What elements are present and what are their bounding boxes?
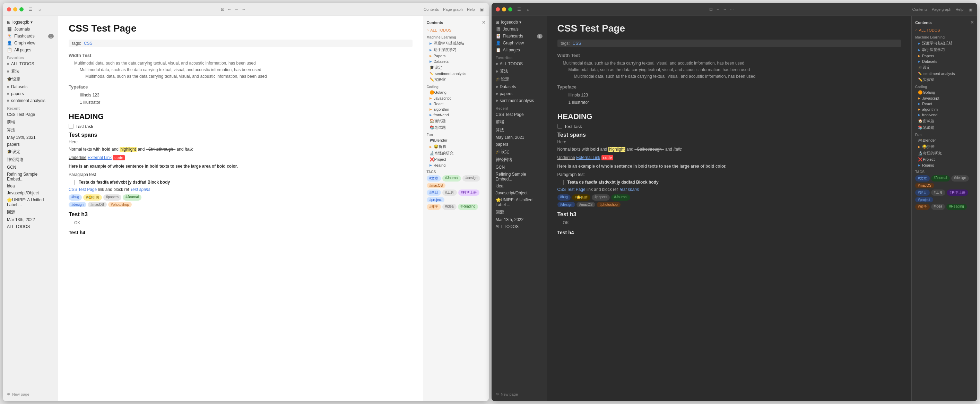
contents-item-c4-dark[interactable]: ▶ algorithm bbox=[912, 107, 977, 112]
contents-close-button[interactable]: ✕ bbox=[482, 20, 485, 25]
sidebar-recent-qianduan-dark[interactable]: 前端 bbox=[492, 118, 547, 126]
sidebar-recent-papers[interactable]: papers bbox=[3, 141, 58, 148]
tag-chip-idea-c[interactable]: #idea bbox=[442, 204, 456, 210]
tag-chip-zhenteng-dark[interactable]: #😂折腾 bbox=[572, 194, 591, 201]
tag-chip-reading-c-dark[interactable]: #Reading bbox=[947, 204, 967, 210]
all-todos-link[interactable]: ○ ALL TODOS bbox=[423, 27, 489, 34]
close-button-dark[interactable] bbox=[496, 7, 500, 11]
tag-chip-bug-dark[interactable]: #bug bbox=[557, 194, 571, 201]
sidebar-fav-sentiment[interactable]: sentiment analysis bbox=[3, 97, 58, 104]
square-icon[interactable]: ⊡ bbox=[220, 6, 225, 12]
sidebar-fav-suanfa-dark[interactable]: 算法 bbox=[492, 67, 547, 75]
sidebar-item-flashcards[interactable]: 🃏 Flashcards 1 bbox=[3, 33, 58, 40]
square-icon-dark[interactable]: ⊡ bbox=[708, 6, 714, 12]
contents-item-f1-dark[interactable]: 🎮Blender bbox=[912, 137, 977, 143]
more-icon[interactable]: ··· bbox=[240, 6, 246, 12]
more-icon-dark[interactable]: ··· bbox=[729, 6, 735, 12]
sidebar-recent-neural[interactable]: 神经网络 bbox=[3, 156, 58, 164]
sidebar-fav-papers[interactable]: papers bbox=[3, 90, 58, 97]
menu-icon[interactable]: ☰ bbox=[28, 6, 33, 12]
sidebar-recent-unire-dark[interactable]: 🌟UNIRE: A Unified Label ... bbox=[492, 196, 547, 208]
sidebar-db[interactable]: ⊞ logseqdb ▾ bbox=[3, 19, 58, 26]
tag-chip-papers-dark[interactable]: #papers bbox=[592, 194, 610, 201]
sidebar-recent-css-dark[interactable]: CSS Test Page bbox=[492, 111, 547, 118]
tag-chip-journal-c[interactable]: #Journal bbox=[442, 175, 461, 182]
contents-item-c3-dark[interactable]: ▶ React bbox=[912, 101, 977, 107]
tag-chip-photoshop-dark[interactable]: #photoshop bbox=[597, 202, 620, 207]
minimize-button-dark[interactable] bbox=[502, 7, 506, 11]
new-page-button[interactable]: ⊕ New page bbox=[3, 390, 58, 398]
sidebar-recent-alltodos-dark[interactable]: ALL TODOS bbox=[492, 223, 547, 230]
tag-chip-idea-c-dark[interactable]: #idea bbox=[931, 204, 945, 210]
contents-item-ml1-dark[interactable]: ▶ 深度学习基础总结 bbox=[912, 40, 977, 46]
tag-chip-tiji-dark[interactable]: #题目 bbox=[915, 190, 930, 196]
tag-chip-design[interactable]: #design bbox=[68, 202, 86, 207]
sidebar-fav-sheding[interactable]: 🎓设定 bbox=[3, 75, 58, 83]
sidebar-fav-alltodos-dark[interactable]: ALL TODOS bbox=[492, 61, 547, 67]
search-icon-dark[interactable]: ⌕ bbox=[525, 6, 531, 12]
sidebar-fav-datasets[interactable]: Datasets bbox=[3, 83, 58, 90]
sidebar-recent-unire[interactable]: 🌟UNIRE: A Unified Label ... bbox=[3, 196, 58, 208]
css-test-page-ref[interactable]: CSS Test Page bbox=[68, 187, 97, 192]
contents-item-f4-dark[interactable]: ❌Project bbox=[912, 156, 977, 163]
sidebar-item-journals[interactable]: 📓 Journals bbox=[3, 26, 58, 33]
task-checkbox-dark[interactable] bbox=[557, 124, 562, 129]
tab-help-dark[interactable]: Help bbox=[955, 7, 963, 11]
contents-item-ml7-dark[interactable]: ✏️实验室 bbox=[912, 77, 977, 83]
contents-item-f3[interactable]: 🔬奇怪的研究 bbox=[423, 150, 489, 156]
tag-chip-bug[interactable]: #bug bbox=[68, 194, 82, 201]
contents-close-button-dark[interactable]: ✕ bbox=[970, 20, 974, 25]
tag-chip-journal[interactable]: #Journal bbox=[123, 194, 142, 201]
contents-item-f5[interactable]: ▶ Reaing bbox=[423, 163, 489, 168]
contents-item-f2[interactable]: ▶ 😂折腾 bbox=[423, 143, 489, 150]
contents-item-f2-dark[interactable]: ▶ 😂折腾 bbox=[912, 143, 977, 150]
sidebar-recent-js[interactable]: Javascript/Object bbox=[3, 190, 58, 196]
test-spans-ref[interactable]: Test spans bbox=[130, 187, 150, 192]
sidebar-fav-datasets-dark[interactable]: Datasets bbox=[492, 83, 547, 90]
contents-item-ml4-dark[interactable]: ▶ Datasets bbox=[912, 59, 977, 64]
tag-chip-macos-c[interactable]: #macOS bbox=[427, 183, 446, 188]
sidebar-recent-papers-dark[interactable]: papers bbox=[492, 141, 547, 148]
tag-chip-photoshop[interactable]: #photoshop bbox=[108, 202, 132, 207]
tag-chip-macos[interactable]: #macOS bbox=[88, 202, 107, 207]
tag-chip-shizi[interactable]: #师子 bbox=[427, 204, 441, 210]
contents-item-c6-dark[interactable]: 🏠面试题 bbox=[912, 118, 977, 124]
contents-item-c1[interactable]: 🟠Golang bbox=[423, 89, 489, 96]
sidebar-fav-suanfa[interactable]: 算法 bbox=[3, 67, 58, 75]
tag-chip-papers[interactable]: #papers bbox=[103, 194, 121, 201]
search-icon[interactable]: ⌕ bbox=[37, 6, 42, 12]
tag-chip-shizi-dark[interactable]: #师子 bbox=[915, 204, 930, 210]
sidebar-recent-idea-dark[interactable]: idea bbox=[492, 182, 547, 190]
tag-chip-kexue-dark[interactable]: #科学上册 bbox=[947, 190, 968, 196]
sidebar-fav-sheding-dark[interactable]: 🎓设定 bbox=[492, 75, 547, 83]
tag-chip-wenzhang-dark[interactable]: #文章 bbox=[915, 175, 930, 182]
tag-chip-project-c-dark[interactable]: #project bbox=[915, 197, 933, 202]
task-checkbox[interactable] bbox=[68, 124, 73, 129]
sidebar-recent-gcn[interactable]: GCN bbox=[3, 164, 58, 171]
tab-contents-dark[interactable]: Contents bbox=[912, 7, 927, 11]
sidebar-recent-mar13-dark[interactable]: Mar 13th, 2022 bbox=[492, 216, 547, 223]
tag-chip-wenzhang[interactable]: #文章 bbox=[427, 175, 441, 182]
contents-item-f4[interactable]: ❌Project bbox=[423, 156, 489, 163]
contents-item-c1-dark[interactable]: 🟠Golang bbox=[912, 89, 977, 96]
sidebar-recent-alltodos[interactable]: ALL TODOS bbox=[3, 223, 58, 230]
maximize-button[interactable] bbox=[19, 7, 24, 11]
sidebar-recent-idea[interactable]: idea bbox=[3, 182, 58, 190]
contents-item-c7[interactable]: 📚笔试题 bbox=[423, 124, 489, 131]
contents-item-f3-dark[interactable]: 🔬奇怪的研究 bbox=[912, 150, 977, 156]
tab-contents[interactable]: Contents bbox=[424, 7, 439, 11]
sidebar-recent-suanfa-dark[interactable]: 算法 bbox=[492, 126, 547, 134]
minimize-button[interactable] bbox=[13, 7, 18, 11]
sidebar-fav-sentiment-dark[interactable]: sentiment analysis bbox=[492, 97, 547, 104]
css-test-page-ref-dark[interactable]: CSS Test Page bbox=[557, 187, 585, 192]
tag-chip-design-c[interactable]: #design bbox=[463, 175, 480, 182]
sidebar-recent-huiyuan-dark[interactable]: 回源 bbox=[492, 208, 547, 216]
sidebar-recent-sheding[interactable]: 🎓设定 bbox=[3, 148, 58, 156]
contents-item-ml6-dark[interactable]: ✏️ sentiment analysis bbox=[912, 71, 977, 77]
contents-item-f5-dark[interactable]: ▶ Reaing bbox=[912, 163, 977, 168]
contents-item-ml2-dark[interactable]: ▶ 动手深度学习 bbox=[912, 46, 977, 53]
sidebar-recent-may19-dark[interactable]: May 19th, 2021 bbox=[492, 134, 547, 141]
tag-chip-zhenteng[interactable]: #😂折腾 bbox=[83, 194, 102, 201]
tab-page-graph-dark[interactable]: Page graph bbox=[931, 7, 951, 11]
external-link[interactable]: External Link bbox=[88, 155, 111, 160]
